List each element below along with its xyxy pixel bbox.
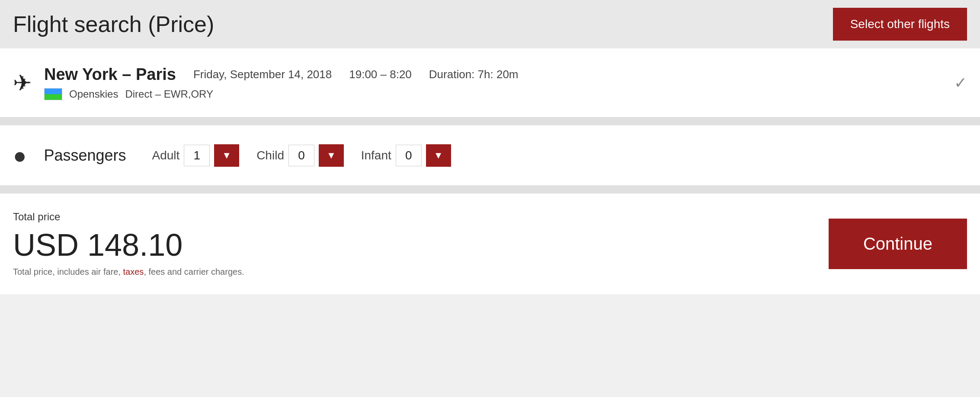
flight-type: Direct – EWR,ORY xyxy=(125,88,213,100)
infant-count: 0 xyxy=(396,145,422,166)
infant-dropdown-button[interactable]: ▼ xyxy=(426,144,451,167)
page-title: Flight search (Price) xyxy=(13,11,214,37)
adult-dropdown-button[interactable]: ▼ xyxy=(214,144,239,167)
price-left: Total price USD 148.10 Total price, incl… xyxy=(13,211,244,277)
adult-label: Adult xyxy=(152,149,180,162)
price-section: Total price USD 148.10 Total price, incl… xyxy=(0,194,980,294)
divider-1 xyxy=(0,118,980,125)
price-note-prefix: Total price, includes air fare, xyxy=(13,267,123,276)
total-price-amount: USD 148.10 xyxy=(13,227,244,263)
page-header: Flight search (Price) Select other fligh… xyxy=(0,0,980,48)
airline-logo xyxy=(44,88,62,100)
adult-group: Adult 1 ▼ xyxy=(152,144,240,167)
child-label: Child xyxy=(256,149,284,162)
plane-icon: ✈ xyxy=(13,70,32,96)
passenger-icon: ● xyxy=(13,143,26,168)
flight-info-section: ✈ New York – Paris Friday, September 14,… xyxy=(0,48,980,118)
total-price-note: Total price, includes air fare, taxes, f… xyxy=(13,267,244,277)
child-group: Child 0 ▼ xyxy=(256,144,344,167)
airline-name: Openskies xyxy=(69,88,118,100)
flight-route: New York – Paris xyxy=(44,65,176,84)
flight-left-content: ✈ New York – Paris Friday, September 14,… xyxy=(13,65,519,100)
flight-time: 19:00 – 8:20 xyxy=(349,68,412,81)
price-note-suffix: , fees and carrier charges. xyxy=(144,267,244,276)
flight-duration: Duration: 7h: 20m xyxy=(429,68,519,81)
select-other-flights-button[interactable]: Select other flights xyxy=(833,8,967,41)
passengers-label: Passengers xyxy=(44,146,126,165)
flight-airline-row: Openskies Direct – EWR,ORY xyxy=(44,88,519,100)
infant-label: Infant xyxy=(361,149,391,162)
total-price-label: Total price xyxy=(13,211,244,223)
flight-route-row: New York – Paris Friday, September 14, 2… xyxy=(44,65,519,84)
taxes-link[interactable]: taxes xyxy=(123,267,144,276)
child-count: 0 xyxy=(288,145,314,166)
continue-button[interactable]: Continue xyxy=(829,219,967,269)
flight-date: Friday, September 14, 2018 xyxy=(193,68,332,81)
child-dropdown-button[interactable]: ▼ xyxy=(319,144,344,167)
infant-group: Infant 0 ▼ xyxy=(361,144,451,167)
flight-details: New York – Paris Friday, September 14, 2… xyxy=(44,65,519,100)
passengers-section: ● Passengers Adult 1 ▼ Child 0 ▼ Infant … xyxy=(0,125,980,186)
divider-2 xyxy=(0,186,980,194)
adult-count: 1 xyxy=(184,145,210,166)
flight-expand-chevron[interactable]: ✓ xyxy=(954,74,967,92)
